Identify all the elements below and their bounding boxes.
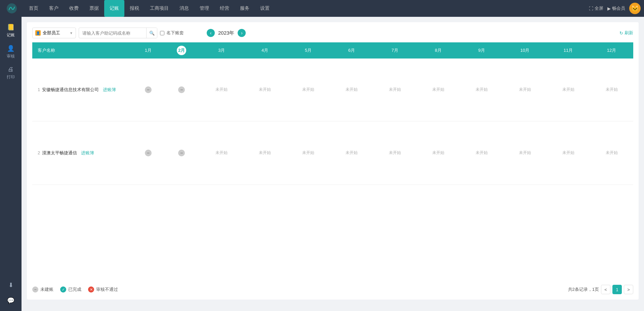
sidebar-item-print[interactable]: 🖨 打印 (0, 63, 22, 83)
row-index: 2 (38, 150, 40, 155)
col-header-sep: 9月 (460, 42, 503, 59)
nav-customer[interactable]: 客户 (44, 0, 64, 17)
prev-page-button[interactable]: < (601, 285, 610, 294)
search-icon: 🔍 (149, 31, 155, 36)
review-icon: 👤 (7, 45, 14, 52)
sidebar-item-download[interactable]: ⬇ (7, 278, 14, 292)
vip-button[interactable]: ▶ 畅会员 (607, 5, 625, 11)
col-header-oct: 10月 (503, 42, 547, 59)
refresh-icon: ↻ (619, 31, 623, 36)
search-input[interactable] (79, 31, 146, 36)
col-header-mar: 3月 (200, 42, 243, 59)
nav-tax[interactable]: 报税 (124, 0, 145, 17)
sidebar-label-print: 打印 (7, 74, 15, 80)
search-button[interactable]: 🔍 (146, 28, 157, 38)
status-not-started-label: 未开始 (259, 87, 271, 92)
nav-business[interactable]: 工商项目 (145, 0, 174, 17)
status-not-started-label: 未开始 (606, 150, 618, 155)
nav-manage[interactable]: 管理 (194, 0, 214, 17)
nav-service[interactable]: 服务 (235, 0, 255, 17)
status-not-started-label: 未开始 (519, 87, 531, 92)
cell-name: 1安徽畅捷通信息技术有限公司 进账簿 (32, 59, 133, 121)
next-page-button[interactable]: > (624, 285, 633, 294)
status-not-built-icon: − (145, 150, 152, 156)
sidebar-item-chat[interactable]: 💬 (7, 294, 14, 308)
status-not-started-label: 未开始 (389, 87, 401, 92)
col-header-dec: 12月 (590, 42, 633, 59)
customer-name: 漠澳太平畅捷通信 (42, 150, 77, 155)
legend-not-started: − 未建账 (32, 286, 53, 293)
nav-settings[interactable]: 设置 (255, 0, 275, 17)
status-not-started-label: 未开始 (432, 87, 444, 92)
year-navigation: ‹ 2023年 › (207, 29, 246, 37)
col-header-name: 客户名称 (32, 42, 133, 59)
cell-month-6: 未开始 (330, 121, 373, 185)
cell-month-8: 未开始 (416, 121, 460, 185)
cell-month-12: 未开始 (590, 59, 633, 121)
status-not-started-label: 未开始 (302, 150, 314, 155)
cell-month-7: 未开始 (373, 121, 417, 185)
my-accounts-filter[interactable]: 名下账套 (160, 30, 184, 36)
table-header-row: 客户名称 1月 2月 3月 4月 5月 6月 7月 8月 9月 10月 11月 … (32, 42, 633, 59)
year-display: 2023年 (218, 30, 234, 36)
status-not-started-label: 未开始 (562, 150, 574, 155)
cell-month-6: 未开始 (330, 59, 373, 121)
cell-month-1: − (133, 59, 163, 121)
cell-month-3: 未开始 (200, 59, 243, 121)
sidebar-item-review[interactable]: 👤 审核 (0, 41, 22, 63)
status-not-started-label: 未开始 (215, 87, 228, 92)
dropdown-arrow-icon: ▼ (70, 31, 73, 35)
cell-month-10: 未开始 (503, 59, 547, 121)
col-header-may: 5月 (287, 42, 330, 59)
status-not-built-icon: − (178, 86, 185, 93)
fullscreen-label: 全屏 (595, 5, 603, 11)
col-header-apr: 4月 (243, 42, 287, 59)
enter-ledger-link[interactable]: 进账簿 (81, 150, 94, 155)
legend-dot-completed: ✓ (60, 286, 66, 293)
cell-month-11: 未开始 (547, 59, 590, 121)
nav-operation[interactable]: 经营 (214, 0, 235, 17)
status-not-started-label: 未开始 (259, 150, 271, 155)
col-header-nov: 11月 (547, 42, 590, 59)
col-header-jun: 6月 (330, 42, 373, 59)
status-not-started-label: 未开始 (519, 150, 531, 155)
nav-invoice[interactable]: 票据 (84, 0, 104, 17)
employee-select[interactable]: 👤 全部员工 ▼ (32, 28, 76, 38)
col-header-aug: 8月 (416, 42, 460, 59)
legend-rejected: ✕ 审核不通过 (88, 286, 118, 293)
sidebar-item-bookkeeping[interactable]: 📒 记账 (0, 20, 22, 41)
legend-completed-label: 已完成 (68, 286, 81, 293)
status-not-started-label: 未开始 (476, 87, 488, 92)
col-header-jul: 7月 (373, 42, 417, 59)
nav-bookkeeping[interactable]: 记账 (104, 0, 124, 17)
next-year-button[interactable]: › (238, 29, 246, 37)
prev-year-button[interactable]: ‹ (207, 29, 215, 37)
fullscreen-icon: ⛶ (589, 6, 593, 11)
cell-month-4: 未开始 (243, 59, 287, 121)
status-not-started-label: 未开始 (346, 150, 358, 155)
status-not-started-label: 未开始 (432, 150, 444, 155)
pagination: 共2条记录，1页 < 1 > (568, 285, 633, 294)
table-row: 1安徽畅捷通信息技术有限公司 进账簿−−未开始未开始未开始未开始未开始未开始未开… (32, 59, 633, 121)
cell-month-10: 未开始 (503, 121, 547, 185)
vip-icon: ▶ (607, 6, 611, 11)
status-not-started-label: 未开始 (389, 150, 401, 155)
status-not-started-label: 未开始 (215, 150, 228, 155)
nav-home[interactable]: 首页 (24, 0, 44, 17)
my-accounts-checkbox[interactable] (160, 31, 164, 35)
nav-message[interactable]: 消息 (174, 0, 194, 17)
refresh-label: 刷新 (625, 30, 633, 36)
fullscreen-button[interactable]: ⛶ 全屏 (589, 5, 603, 11)
enter-ledger-link[interactable]: 进账簿 (103, 87, 116, 92)
refresh-button[interactable]: ↻ 刷新 (619, 30, 633, 36)
customer-name: 安徽畅捷通信息技术有限公司 (42, 87, 99, 92)
nav-fee[interactable]: 收费 (64, 0, 84, 17)
content-box: 👤 全部员工 ▼ 🔍 名下账套 ‹ 2023年 › ↻ 刷新 (27, 22, 639, 300)
cell-month-1: − (133, 121, 163, 185)
page-1-button[interactable]: 1 (612, 285, 622, 294)
vip-label: 畅会员 (612, 5, 625, 11)
avatar[interactable]: 🐱 (629, 3, 641, 14)
current-month-badge: 2月 (177, 46, 186, 55)
bookkeeping-icon: 📒 (7, 24, 14, 31)
cell-month-8: 未开始 (416, 59, 460, 121)
